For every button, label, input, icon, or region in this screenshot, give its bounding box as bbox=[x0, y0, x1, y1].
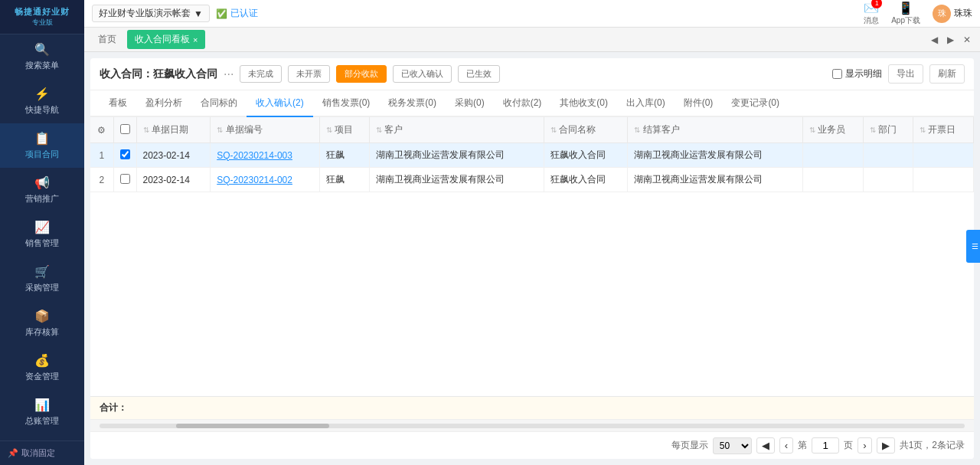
doc-link[interactable]: SQ-20230214-002 bbox=[217, 175, 292, 185]
contract-header: 收入合同：狂飙收入合同 ··· 未完成 未开票 部分收款 已收入确认 已生效 显… bbox=[90, 58, 974, 90]
refresh-button[interactable]: 刷新 bbox=[929, 64, 965, 84]
sidebar-item-funds[interactable]: 💰 资金管理 bbox=[0, 345, 84, 390]
sidebar-item-ledger[interactable]: 📊 总账管理 bbox=[0, 390, 84, 434]
tab-prev-button[interactable]: ◀ bbox=[928, 33, 941, 47]
row-docno[interactable]: SQ-20230214-002 bbox=[211, 168, 320, 192]
user-avatar[interactable]: 珠 珠珠 bbox=[933, 5, 972, 23]
logo-sub: 专业版 bbox=[32, 18, 53, 28]
col-date-label: 单据日期 bbox=[152, 124, 188, 135]
status-partial-btn[interactable]: 部分收款 bbox=[336, 65, 387, 83]
col-docno-label: 单据编号 bbox=[226, 124, 263, 135]
show-detail-toggle[interactable]: 显示明细 bbox=[832, 67, 882, 80]
tab-payment[interactable]: 收付款(2) bbox=[494, 90, 551, 117]
sidebar-item-projects[interactable]: 📋 项目合同 bbox=[0, 123, 84, 168]
sidebar-item-invoice[interactable]: 🧾 发票管理 bbox=[0, 434, 84, 440]
phone-icon: 📱 bbox=[898, 1, 913, 15]
row-checkbox[interactable] bbox=[120, 149, 130, 159]
tab-other-income[interactable]: 其他收支(0) bbox=[550, 90, 617, 117]
table-container: ⚙ ⇅ 单据日期 ⇅ 单据编号 ⇅ 项目 ⇅ 客户 ⇅ 合同名称 ⇅ bbox=[90, 117, 974, 396]
col-dept-header[interactable]: ⇅ 部门 bbox=[864, 117, 913, 143]
tab-home[interactable]: 首页 bbox=[90, 30, 124, 49]
col-date-header[interactable]: ⇅ 单据日期 bbox=[136, 117, 211, 143]
sort-icon: ⇅ bbox=[550, 126, 557, 134]
col-dept-label: 部门 bbox=[878, 124, 897, 135]
scrollbar-track bbox=[100, 424, 965, 428]
tab-board[interactable]: 看板 bbox=[100, 90, 136, 117]
row-checkbox[interactable] bbox=[120, 174, 130, 184]
tab-subject[interactable]: 合同标的 bbox=[191, 90, 247, 117]
row-settle-customer: 湖南卫视商业运营发展有限公司 bbox=[628, 143, 802, 168]
sidebar-item-purchase[interactable]: 🛒 采购管理 bbox=[0, 257, 84, 301]
sidebar-item-marketing[interactable]: 📢 营销推广 bbox=[0, 168, 84, 212]
col-salesperson-header[interactable]: ⇅ 业务员 bbox=[802, 117, 863, 143]
select-all-checkbox[interactable] bbox=[120, 124, 130, 134]
sidebar-item-label: 销售管理 bbox=[25, 237, 59, 249]
company-selector[interactable]: 好业财专业版演示帐套 ▼ bbox=[92, 5, 210, 22]
prev-page-button[interactable]: ‹ bbox=[779, 437, 793, 454]
horizontal-scrollbar[interactable] bbox=[90, 419, 974, 431]
per-page-label: 每页显示 bbox=[671, 439, 708, 452]
tab-purchase[interactable]: 采购(0) bbox=[446, 90, 494, 117]
lightning-icon: ⚡ bbox=[34, 87, 50, 101]
tab-attachment[interactable]: 附件(0) bbox=[675, 90, 723, 117]
sidebar-item-sales[interactable]: 📈 销售管理 bbox=[0, 212, 84, 257]
tab-warehouse[interactable]: 出入库(0) bbox=[617, 90, 675, 117]
col-contract-header[interactable]: ⇅ 合同名称 bbox=[544, 117, 628, 143]
per-page-select[interactable]: 50 20 100 bbox=[713, 437, 752, 454]
page-prefix: 第 bbox=[798, 439, 807, 452]
col-settle-header[interactable]: ⇅ 结算客户 bbox=[628, 117, 802, 143]
col-checkbox-header[interactable] bbox=[113, 117, 136, 143]
sort-icon: ⇅ bbox=[634, 126, 640, 134]
right-panel-toggle[interactable]: ☰ bbox=[966, 230, 980, 263]
sidebar-item-label: 营销推广 bbox=[25, 193, 59, 205]
sidebar: 畅捷通好业财 专业版 🔍 搜索菜单 ⚡ 快捷导航 📋 项目合同 📢 营销推广 📈 bbox=[0, 0, 84, 465]
tab-close-all-button[interactable]: ✕ bbox=[960, 33, 974, 47]
sidebar-item-inventory[interactable]: 📦 库存核算 bbox=[0, 301, 84, 345]
row-docno[interactable]: SQ-20230214-003 bbox=[211, 143, 320, 168]
status-no-invoice-btn[interactable]: 未开票 bbox=[288, 65, 330, 83]
status-effective-btn[interactable]: 已生效 bbox=[458, 65, 500, 83]
table-footer: 合计： bbox=[90, 396, 974, 419]
scrollbar-thumb[interactable] bbox=[176, 424, 329, 428]
message-button[interactable]: ✉️ 1 消息 bbox=[864, 1, 879, 26]
col-project-header[interactable]: ⇅ 项目 bbox=[319, 117, 369, 143]
tab-tax-invoice[interactable]: 税务发票(0) bbox=[379, 90, 446, 117]
more-options-button[interactable]: ··· bbox=[224, 67, 234, 81]
sidebar-item-label: 搜索菜单 bbox=[25, 60, 59, 71]
sidebar-item-search[interactable]: 🔍 搜索菜单 bbox=[0, 34, 84, 79]
col-invoice-date-header[interactable]: ⇅ 开票日 bbox=[913, 117, 973, 143]
header-right: 显示明细 导出 刷新 bbox=[832, 64, 965, 84]
tab-profit[interactable]: 盈利分析 bbox=[136, 90, 191, 117]
export-button[interactable]: 导出 bbox=[888, 64, 923, 84]
chart-up-icon: 📈 bbox=[34, 220, 50, 234]
row-checkbox-cell[interactable] bbox=[113, 143, 136, 168]
page-number-input[interactable] bbox=[812, 437, 839, 454]
status-incomplete-btn[interactable]: 未完成 bbox=[240, 65, 282, 83]
avatar: 珠 bbox=[933, 5, 951, 23]
tab-change-record[interactable]: 变更记录(0) bbox=[722, 90, 789, 117]
status-confirmed-btn[interactable]: 已收入确认 bbox=[393, 65, 452, 83]
col-settings-header[interactable]: ⚙ bbox=[90, 117, 113, 143]
tab-revenue-confirm[interactable]: 收入确认(2) bbox=[247, 90, 313, 117]
show-detail-checkbox[interactable] bbox=[832, 69, 842, 79]
contract-title-name: 狂飙收入合同 bbox=[153, 67, 217, 80]
col-project-label: 项目 bbox=[335, 124, 353, 135]
tab-next-button[interactable]: ▶ bbox=[944, 33, 957, 47]
tab-contract-board[interactable]: 收入合同看板 × bbox=[127, 30, 205, 49]
tab-sales-invoice[interactable]: 销售发票(0) bbox=[313, 90, 380, 117]
sidebar-item-quicknav[interactable]: ⚡ 快捷导航 bbox=[0, 79, 84, 123]
tab-close-icon[interactable]: × bbox=[193, 35, 198, 44]
first-page-button[interactable]: ◀ bbox=[756, 437, 775, 454]
row-checkbox-cell[interactable] bbox=[113, 168, 136, 192]
sidebar-bottom-pin[interactable]: 📌 取消固定 bbox=[0, 440, 84, 465]
doc-link[interactable]: SQ-20230214-003 bbox=[217, 150, 292, 161]
app-download-button[interactable]: 📱 App下载 bbox=[891, 1, 920, 26]
col-customer-header[interactable]: ⇅ 客户 bbox=[369, 117, 544, 143]
user-name: 珠珠 bbox=[954, 7, 972, 20]
last-page-button[interactable]: ▶ bbox=[877, 437, 895, 454]
message-label: 消息 bbox=[864, 15, 879, 26]
sub-tabs: 看板 盈利分析 合同标的 收入确认(2) 销售发票(0) 税务发票(0) 采购(… bbox=[90, 90, 974, 117]
col-docno-header[interactable]: ⇅ 单据编号 bbox=[211, 117, 320, 143]
next-page-button[interactable]: › bbox=[858, 437, 871, 454]
total-label: 合计： bbox=[100, 401, 127, 414]
